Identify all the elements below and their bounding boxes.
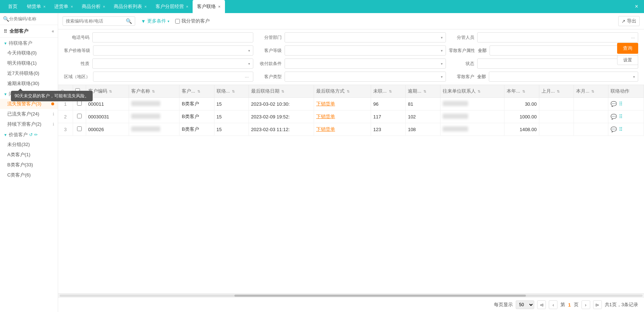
- per-page-select[interactable]: 50 100 200: [516, 300, 534, 309]
- nav-tab-analysis-list-close[interactable]: ×: [144, 4, 146, 9]
- this-year-sort-icon[interactable]: ⇅: [522, 89, 525, 93]
- manager-dots[interactable]: ···: [631, 35, 635, 40]
- last-method-link[interactable]: 下销货单: [316, 101, 335, 106]
- sidebar-item-7days[interactable]: 近7天待联络(0): [0, 68, 58, 78]
- arrow-icon: ▼: [4, 41, 7, 45]
- th-this-year: 本年... ⇅: [504, 85, 539, 98]
- value-refresh-icon[interactable]: ↺: [29, 132, 33, 137]
- nav-tab-purchase-close[interactable]: ×: [71, 4, 73, 9]
- sidebar-item-today[interactable]: 今天待联络(0): [0, 48, 58, 58]
- sidebar-item-ungrouped[interactable]: 未分组(32): [0, 139, 58, 150]
- zero-customer-label: 零散客户: [449, 74, 474, 80]
- price-level-arrow: ▾: [248, 49, 250, 53]
- nav-tab-analysis-close[interactable]: ×: [103, 4, 105, 9]
- phone-input[interactable]: [92, 32, 253, 42]
- chat-icon-1[interactable]: 💬: [611, 114, 617, 119]
- payment-select[interactable]: ▾: [285, 58, 446, 69]
- code-sort-icon[interactable]: ⇅: [109, 89, 112, 93]
- nav-tab-contact-close[interactable]: ×: [218, 4, 220, 9]
- my-customers-check[interactable]: [175, 19, 180, 24]
- region-select[interactable]: ···: [93, 72, 253, 82]
- nav-tab-purchase[interactable]: 进货单 ×: [50, 0, 77, 13]
- th-no-contact: 未联... ⇅: [371, 85, 406, 98]
- unit-contact-sort-icon[interactable]: ⇅: [478, 89, 480, 93]
- sidebar-item-a-class[interactable]: A类客户(1): [0, 150, 58, 160]
- more-conditions-btn[interactable]: ▼ 更多条件 ▾: [138, 16, 172, 26]
- scrollbar-thumb[interactable]: [234, 295, 526, 297]
- cell-action: 💬 ⠿: [608, 123, 644, 136]
- sidebar-item-tomorrow[interactable]: 明天待联络(1): [0, 58, 58, 68]
- sidebar-item-churned[interactable]: 已流失客户(24) ℹ: [0, 109, 58, 119]
- filter-bar: 🔍 ▼ 更多条件 ▾ 我分管的客户 ↗ 导出: [58, 13, 644, 29]
- prev-page-btn[interactable]: ‹: [549, 300, 558, 309]
- zero-purchase-label: 零散客户属性: [449, 48, 475, 54]
- query-button[interactable]: 查询: [617, 43, 638, 54]
- nav-tab-contact[interactable]: 客户联络 ×: [193, 0, 225, 13]
- filter-field-phone: 电话号码: [64, 32, 253, 42]
- sidebar-search-input[interactable]: [9, 16, 58, 21]
- overdue-sort-icon[interactable]: ⇅: [423, 89, 426, 93]
- zero-purchase-select[interactable]: ▾: [490, 45, 638, 56]
- export-btn[interactable]: ↗ 导出: [618, 16, 640, 26]
- contact-sort-icon[interactable]: ⇅: [232, 89, 235, 93]
- cell-no-contact: 123: [371, 123, 406, 136]
- nav-tab-sales-close[interactable]: ×: [43, 4, 45, 9]
- more-icon-2[interactable]: ⠿: [619, 126, 623, 132]
- more-icon-1[interactable]: ⠿: [619, 114, 623, 119]
- settings-button[interactable]: 设置: [617, 55, 638, 65]
- sidebar-item-c-class[interactable]: C类客户(6): [0, 170, 58, 180]
- nav-tab-analysis[interactable]: 商品分析 ×: [77, 0, 109, 13]
- customer-type-select[interactable]: ▾: [285, 72, 446, 82]
- last-method-sort-icon[interactable]: ⇅: [347, 89, 350, 93]
- customer-level-select[interactable]: ▾: [285, 45, 446, 56]
- sidebar-item-declining[interactable]: 持续下滑客户(2) ℹ: [0, 119, 58, 129]
- horizontal-scrollbar[interactable]: [58, 293, 644, 297]
- name-sort-icon[interactable]: ⇅: [152, 89, 155, 93]
- next-page-btn[interactable]: ›: [581, 300, 590, 309]
- th-last-method-label: 最后联络方式: [316, 88, 345, 94]
- nav-tab-analysis-list[interactable]: 商品分析列表 ×: [109, 0, 151, 13]
- chat-icon-2[interactable]: 💬: [611, 126, 617, 132]
- type-sort-icon[interactable]: ⇅: [197, 89, 200, 93]
- cell-this-year: 1408.00: [504, 123, 539, 136]
- total-records: 共1页，3条记录: [605, 301, 638, 308]
- more-icon-0[interactable]: ⠿: [619, 101, 623, 107]
- sidebar-group-pending[interactable]: ▼ 待联络客户: [0, 38, 58, 48]
- sidebar-group-value[interactable]: ▼ 价值客户 ↺ ✏: [0, 129, 58, 139]
- window-close-button[interactable]: ×: [632, 2, 641, 11]
- no-contact-sort-icon[interactable]: ⇅: [389, 89, 392, 93]
- price-level-select[interactable]: ▾: [93, 45, 253, 56]
- last-method-link[interactable]: 下销货单: [316, 114, 335, 119]
- dept-select[interactable]: ▾: [285, 32, 446, 42]
- nav-tab-home[interactable]: 首页: [3, 0, 23, 13]
- filter-icon: ▼: [141, 19, 146, 24]
- last-date-sort-icon[interactable]: ⇅: [281, 89, 284, 93]
- region-dots[interactable]: ···: [243, 74, 250, 80]
- sidebar-all-customers[interactable]: ⠿ 全部客户 «: [0, 25, 58, 38]
- status-select[interactable]: ▾: [477, 58, 638, 69]
- this-month-sort-icon[interactable]: ⇅: [591, 89, 594, 93]
- value-edit-icon[interactable]: ✏: [34, 132, 38, 137]
- sidebar-item-churned-label: 已流失客户(24): [7, 111, 39, 117]
- first-page-btn[interactable]: ⊲: [537, 300, 546, 309]
- chat-icon-0[interactable]: 💬: [611, 101, 617, 107]
- search-input[interactable]: [66, 19, 126, 24]
- sidebar-collapse-btn[interactable]: «: [52, 29, 54, 34]
- last-month-sort-icon[interactable]: ⇅: [557, 89, 560, 93]
- nav-tab-sales[interactable]: 销货单 ×: [23, 0, 50, 13]
- my-customers-checkbox[interactable]: 我分管的客户: [175, 18, 210, 24]
- sidebar-item-overdue[interactable]: 逾期未联络(30): [0, 78, 58, 89]
- manager-select[interactable]: ···: [477, 32, 638, 42]
- last-method-link[interactable]: 下销货单: [316, 126, 335, 132]
- row-checkbox-1[interactable]: [77, 114, 82, 118]
- nature-select[interactable]: ▾: [92, 58, 253, 69]
- row-checkbox-0[interactable]: [77, 101, 82, 106]
- last-page-btn[interactable]: ⊳: [593, 300, 602, 309]
- sidebar-item-b-class[interactable]: B类客户(33): [0, 160, 58, 170]
- zero-customer-value: 全部: [477, 74, 486, 80]
- zero-customer-select[interactable]: ▾: [489, 72, 638, 82]
- row-checkbox-2[interactable]: [77, 126, 82, 131]
- nav-tab-crm-close[interactable]: ×: [186, 4, 188, 9]
- search-icon[interactable]: 🔍: [126, 18, 132, 24]
- nav-tab-crm[interactable]: 客户分层经营 ×: [151, 0, 193, 13]
